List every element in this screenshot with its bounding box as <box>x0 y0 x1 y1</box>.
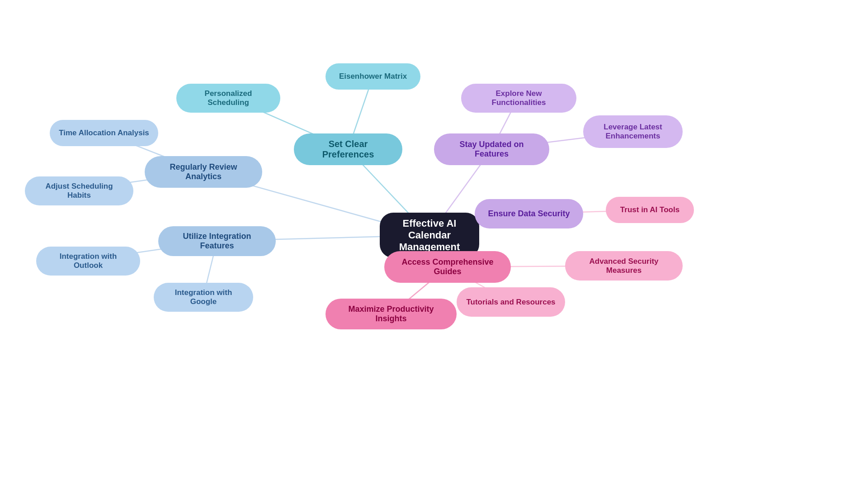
node-access-comprehensive[interactable]: Access Comprehensive Guides <box>384 251 511 283</box>
node-label-advanced-security: Advanced Security Measures <box>574 257 674 275</box>
node-label-trust-ai-tools: Trust in AI Tools <box>620 205 679 214</box>
node-label-access-comprehensive: Access Comprehensive Guides <box>393 257 502 276</box>
node-label-ensure-data-security: Ensure Data Security <box>488 209 570 219</box>
node-label-explore-new: Explore New Functionalities <box>470 89 567 107</box>
mindmap-container: Effective AI Calendar ManagementSet Clea… <box>0 0 868 490</box>
node-integration-google[interactable]: Integration with Google <box>154 283 253 312</box>
node-advanced-security[interactable]: Advanced Security Measures <box>565 251 683 281</box>
node-ensure-data-security[interactable]: Ensure Data Security <box>475 199 583 228</box>
node-leverage-latest[interactable]: Leverage Latest Enhancements <box>583 115 683 148</box>
node-label-regularly-review: Regularly Review Analytics <box>154 162 253 181</box>
node-label-set-clear-preferences: Set Clear Preferences <box>303 139 393 160</box>
node-label-personalized-scheduling: Personalized Scheduling <box>185 89 271 107</box>
node-label-utilize-integration: Utilize Integration Features <box>167 232 267 251</box>
node-label-stay-updated: Stay Updated on Features <box>443 140 540 159</box>
node-personalized-scheduling[interactable]: Personalized Scheduling <box>176 84 280 113</box>
node-eisenhower-matrix[interactable]: Eisenhower Matrix <box>326 63 420 90</box>
node-time-allocation[interactable]: Time Allocation Analysis <box>50 120 158 146</box>
node-label-center: Effective AI Calendar Management <box>389 218 470 253</box>
node-label-eisenhower-matrix: Eisenhower Matrix <box>339 72 407 81</box>
node-explore-new[interactable]: Explore New Functionalities <box>461 84 576 113</box>
node-stay-updated[interactable]: Stay Updated on Features <box>434 133 549 165</box>
node-set-clear-preferences[interactable]: Set Clear Preferences <box>294 133 402 165</box>
node-label-maximize-productivity: Maximize Productivity Insights <box>335 304 448 323</box>
node-label-integration-google: Integration with Google <box>163 288 244 306</box>
node-label-integration-outlook: Integration with Outlook <box>45 252 131 270</box>
node-adjust-scheduling[interactable]: Adjust Scheduling Habits <box>25 176 133 205</box>
node-regularly-review[interactable]: Regularly Review Analytics <box>145 156 262 188</box>
node-label-tutorials-resources: Tutorials and Resources <box>466 298 555 307</box>
node-label-adjust-scheduling: Adjust Scheduling Habits <box>34 182 124 200</box>
node-label-leverage-latest: Leverage Latest Enhancements <box>604 123 662 141</box>
node-maximize-productivity[interactable]: Maximize Productivity Insights <box>326 299 457 329</box>
node-label-time-allocation: Time Allocation Analysis <box>59 128 149 138</box>
node-trust-ai-tools[interactable]: Trust in AI Tools <box>606 197 694 223</box>
node-integration-outlook[interactable]: Integration with Outlook <box>36 247 140 276</box>
node-utilize-integration[interactable]: Utilize Integration Features <box>158 226 276 256</box>
node-tutorials-resources[interactable]: Tutorials and Resources <box>457 287 565 317</box>
